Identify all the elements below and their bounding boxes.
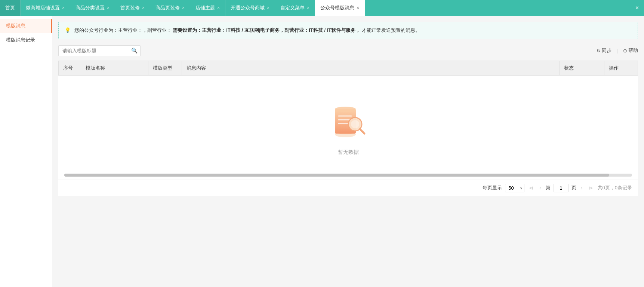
nav-tab-mall[interactable]: 开通公众号商城 × <box>225 0 275 16</box>
search-left: 🔍 <box>58 45 141 56</box>
close-tab-theme[interactable]: × <box>217 5 220 10</box>
nav-tab-homepage[interactable]: 首页装修 × <box>115 0 150 16</box>
notice-icon: 💡 <box>65 27 71 33</box>
page-label-post: 页 <box>571 184 576 191</box>
svg-point-10 <box>351 120 359 128</box>
scroll-thumb[interactable] <box>64 174 609 177</box>
search-right: ↻ 同步 | ⊙ 帮助 <box>597 47 638 54</box>
notice-box: 💡 您的公众号行业为：主营行业：，副营行业： 需要设置为：主营行业：IT科技 /… <box>58 22 638 39</box>
close-tab-mall[interactable]: × <box>267 5 269 10</box>
sidebar: 模版消息 模版消息记录 <box>0 16 52 287</box>
nav-tab-menu[interactable]: 自定义菜单 × <box>275 0 315 16</box>
table-container: 序号 模版名称 模版类型 消息内容 状态 操作 <box>58 61 638 171</box>
data-table: 序号 模版名称 模版类型 消息内容 状态 操作 <box>58 61 638 171</box>
first-page-button[interactable]: ⊲ <box>527 184 535 192</box>
sync-icon: ↻ <box>597 48 601 54</box>
main-layout: 模版消息 模版消息记录 💡 您的公众号行业为：主营行业：，副营行业： 需要设置为… <box>0 16 644 287</box>
col-status: 状态 <box>560 61 604 75</box>
close-tab-menu[interactable]: × <box>307 5 309 10</box>
col-seq: 序号 <box>59 61 81 75</box>
nav-tab-productpage[interactable]: 商品页装修 × <box>150 0 190 16</box>
next-page-button[interactable]: › <box>579 184 584 192</box>
page-size-select[interactable]: 50 10 20 100 <box>505 184 524 192</box>
sidebar-item-template-record[interactable]: 模版消息记录 <box>0 33 52 47</box>
nav-tab-template[interactable]: 公众号模版消息 × <box>315 0 365 16</box>
search-input[interactable] <box>58 45 141 56</box>
sync-button[interactable]: ↻ 同步 <box>597 47 611 54</box>
search-button[interactable]: 🔍 <box>131 48 138 54</box>
empty-state: 暂无数据 <box>59 76 638 171</box>
page-input[interactable] <box>554 184 568 192</box>
close-all-button[interactable]: × <box>630 0 644 16</box>
page-label-pre: 第 <box>546 184 551 191</box>
pagination: 每页显示 50 10 20 100 ⊲ ‹ 第 页 › ⊳ 共0页，0条记录 <box>58 180 638 196</box>
divider: | <box>617 48 618 54</box>
col-name: 模版名称 <box>81 61 148 75</box>
col-type: 模版类型 <box>148 61 182 75</box>
close-tab-category[interactable]: × <box>107 5 110 10</box>
empty-text: 暂无数据 <box>338 149 359 156</box>
search-input-wrap: 🔍 <box>58 45 141 56</box>
page-size-select-wrap: 50 10 20 100 <box>505 184 524 192</box>
col-content: 消息内容 <box>182 61 560 75</box>
last-page-button[interactable]: ⊳ <box>587 184 595 192</box>
scroll-track[interactable] <box>64 174 632 177</box>
scroll-track-wrap <box>58 171 638 180</box>
svg-line-9 <box>360 129 364 134</box>
total-text: 共0页，0条记录 <box>598 184 632 191</box>
prev-page-button[interactable]: ‹ <box>538 184 543 192</box>
close-tab-weshop[interactable]: × <box>62 5 65 10</box>
close-tab-productpage[interactable]: × <box>182 5 185 10</box>
content-area: 💡 您的公众号行业为：主营行业：，副营行业： 需要设置为：主营行业：IT科技 /… <box>52 16 644 287</box>
nav-tab-category[interactable]: 商品分类设置 × <box>70 0 115 16</box>
col-action: 操作 <box>604 61 638 75</box>
close-tab-template[interactable]: × <box>357 5 359 10</box>
page-size-label: 每页显示 <box>483 184 502 191</box>
top-nav: 首页 微商城店铺设置 × 商品分类设置 × 首页装修 × 商品页装修 × 店铺主… <box>0 0 644 16</box>
nav-tab-home[interactable]: 首页 <box>0 0 21 16</box>
nav-tab-theme[interactable]: 店铺主题 × <box>190 0 225 16</box>
empty-illustration <box>326 98 371 143</box>
close-tab-homepage[interactable]: × <box>142 5 145 10</box>
search-bar: 🔍 ↻ 同步 | ⊙ 帮助 <box>58 45 638 56</box>
svg-point-7 <box>335 107 356 112</box>
help-button[interactable]: ⊙ 帮助 <box>623 47 638 54</box>
sidebar-item-template-msg[interactable]: 模版消息 <box>0 19 52 33</box>
nav-tab-weshop[interactable]: 微商城店铺设置 × <box>21 0 70 16</box>
help-icon: ⊙ <box>623 48 627 54</box>
